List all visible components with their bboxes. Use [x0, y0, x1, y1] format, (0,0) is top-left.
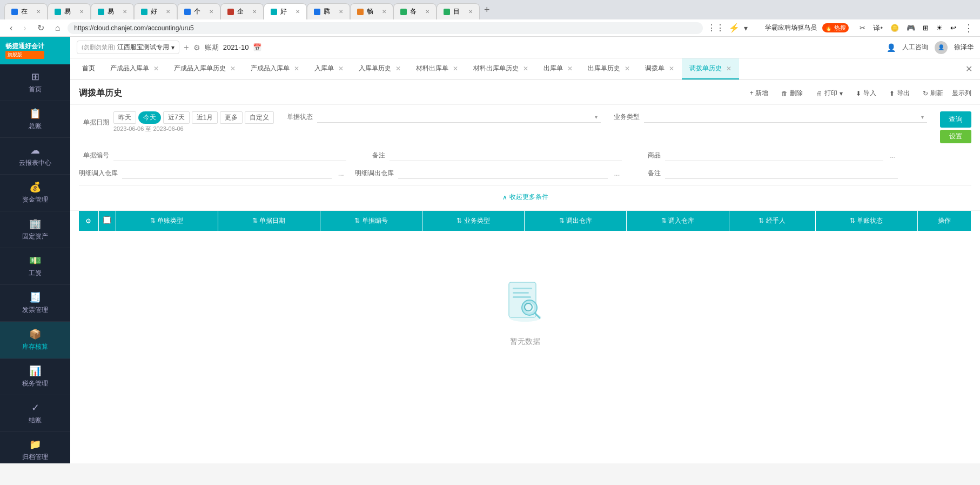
new-browser-tab-button[interactable]: + — [480, 2, 494, 18]
nav-tab-0[interactable]: 首页 — [75, 58, 103, 79]
nav-tab-5[interactable]: 入库单历史✕ — [351, 58, 408, 79]
status-select[interactable]: 草稿 已审核 — [317, 111, 600, 123]
nav-tab-10[interactable]: 调拨单✕ — [637, 58, 682, 79]
nav-tab-3[interactable]: 产成品入库单✕ — [243, 58, 307, 79]
browser-tab-4[interactable]: 个✕ — [177, 3, 220, 19]
out-warehouse-input[interactable] — [398, 168, 608, 179]
close-tab-btn-2[interactable]: ✕ — [230, 65, 236, 72]
user-name[interactable]: 徐泽华 — [954, 43, 974, 52]
calendar-icon[interactable]: 📅 — [253, 43, 261, 51]
new-button[interactable]: + 新增 — [746, 87, 773, 100]
date-btn-近1月[interactable]: 近1月 — [192, 111, 218, 124]
sidebar-item-库存核算[interactable]: 📦库存核算 — [0, 322, 70, 358]
browser-tab-6[interactable]: 好✕ — [264, 3, 307, 19]
date-btn-自定义[interactable]: 自定义 — [245, 111, 274, 124]
close-tab-btn-10[interactable]: ✕ — [669, 65, 674, 72]
game-icon[interactable]: 🎮 — [907, 24, 915, 32]
th-gear[interactable]: ⚙ — [79, 211, 98, 231]
date-btn-今天[interactable]: 今天 — [138, 111, 161, 124]
nav-tab-8[interactable]: 出库单✕ — [536, 58, 580, 79]
close-all-tabs-btn[interactable]: ✕ — [962, 59, 976, 78]
goods-input[interactable] — [665, 150, 883, 161]
browser-tab-close-6[interactable]: ✕ — [296, 9, 300, 15]
in-warehouse-input[interactable] — [122, 168, 332, 179]
nav-tab-7[interactable]: 材料出库单历史✕ — [466, 58, 536, 79]
extensions-icon[interactable]: ⋮⋮ — [707, 23, 724, 33]
company-selector[interactable]: (勿删勿禁用) 江西服宝测试专用 ▾ — [77, 41, 179, 54]
sidebar-item-归档管理[interactable]: 📁归档管理 — [0, 432, 70, 463]
sidebar-item-工资[interactable]: 💵工资 — [0, 248, 70, 285]
nav-tab-4[interactable]: 入库单✕ — [307, 58, 351, 79]
browser-tab-close-7[interactable]: ✕ — [339, 9, 343, 15]
browser-tab-close-10[interactable]: ✕ — [468, 9, 473, 15]
close-tab-btn-4[interactable]: ✕ — [338, 65, 344, 72]
browser-tab-0[interactable]: 在✕ — [4, 3, 48, 19]
out-warehouse-dots[interactable]: ... — [612, 169, 622, 177]
close-tab-btn-3[interactable]: ✕ — [294, 65, 299, 72]
sidebar-item-总账[interactable]: 📋总账 — [0, 101, 70, 138]
nav-tab-9[interactable]: 出库单历史✕ — [580, 58, 637, 79]
collapse-button[interactable]: ∧ 收起更多条件 — [79, 190, 971, 204]
grid-icon[interactable]: ⊞ — [923, 24, 929, 32]
th-out-warehouse[interactable]: ⇅ 调出仓库 — [525, 211, 627, 231]
sidebar-item-资金管理[interactable]: 💰资金管理 — [0, 175, 70, 211]
date-btn-更多[interactable]: 更多 — [220, 111, 243, 124]
goods-dots[interactable]: ... — [888, 151, 898, 160]
browser-tab-close-2[interactable]: ✕ — [123, 9, 127, 15]
close-tab-btn-1[interactable]: ✕ — [153, 65, 159, 72]
translate-icon[interactable]: 译• — [873, 23, 883, 33]
browser-tab-5[interactable]: 企✕ — [220, 3, 264, 19]
browser-tab-close-0[interactable]: ✕ — [36, 9, 41, 15]
lightning-icon[interactable]: ⚡ — [729, 23, 740, 33]
browser-tab-1[interactable]: 易✕ — [48, 3, 91, 19]
nav-forward-button[interactable]: › — [20, 22, 29, 34]
import-button[interactable]: ⬇ 导入 — [851, 87, 881, 100]
close-tab-btn-6[interactable]: ✕ — [453, 65, 458, 72]
th-in-warehouse[interactable]: ⇅ 调入仓库 — [627, 211, 729, 231]
settings-icon[interactable]: ⚙ — [193, 43, 200, 52]
dropdown-icon[interactable]: ▾ — [744, 24, 748, 32]
sidebar-item-云报表中心[interactable]: ☁云报表中心 — [0, 138, 70, 175]
nav-tab-11[interactable]: 调拨单历史✕ — [682, 58, 739, 79]
browser-tab-10[interactable]: 目✕ — [437, 3, 480, 19]
sidebar-item-结账[interactable]: ✓结账 — [0, 395, 70, 432]
doc-num-input[interactable] — [113, 150, 346, 161]
service-btn[interactable]: 人工咨询 — [902, 43, 928, 52]
th-doc-date[interactable]: ⇅ 单据日期 — [218, 211, 320, 231]
browser-tab-7[interactable]: 腾✕ — [307, 3, 350, 19]
close-tab-btn-9[interactable]: ✕ — [625, 65, 630, 72]
coin-icon[interactable]: 🪙 — [890, 24, 899, 32]
th-doc-status[interactable]: ⇅ 单账状态 — [815, 211, 917, 231]
company-dropdown-icon[interactable]: ▾ — [171, 44, 174, 51]
th-check[interactable] — [98, 211, 116, 231]
address-input[interactable] — [68, 22, 703, 34]
date-btn-昨天[interactable]: 昨天 — [113, 111, 136, 124]
query-button[interactable]: 查询 — [940, 111, 971, 128]
sidebar-item-发票管理[interactable]: 🧾发票管理 — [0, 285, 70, 322]
close-tab-btn-8[interactable]: ✕ — [567, 65, 573, 72]
nav-back-button[interactable]: ‹ — [6, 22, 16, 34]
browser-tab-close-8[interactable]: ✕ — [382, 9, 386, 15]
menu-icon[interactable]: ⋮ — [964, 22, 974, 34]
add-company-btn[interactable]: + — [184, 43, 189, 52]
th-doc-type[interactable]: ⇅ 单账类型 — [116, 211, 218, 231]
note-input[interactable] — [665, 168, 898, 179]
show-col-btn[interactable]: 显示列 — [952, 89, 971, 98]
th-handler[interactable]: ⇅ 经手人 — [729, 211, 815, 231]
browser-tab-close-3[interactable]: ✕ — [166, 9, 170, 15]
nav-tab-2[interactable]: 产成品入库单历史✕ — [166, 58, 243, 79]
scissors-icon[interactable]: ✂ — [860, 24, 865, 32]
close-tab-btn-7[interactable]: ✕ — [523, 65, 528, 72]
in-warehouse-dots[interactable]: ... — [336, 169, 346, 177]
browser-tab-close-4[interactable]: ✕ — [209, 9, 213, 15]
nav-tab-1[interactable]: 产成品入库单✕ — [103, 58, 166, 79]
print-button[interactable]: 🖨 打印 ▾ — [811, 87, 847, 100]
refresh-button[interactable]: ↻ 刷新 — [918, 87, 948, 100]
date-btn-近7天[interactable]: 近7天 — [163, 111, 190, 124]
select-all-checkbox[interactable] — [103, 216, 111, 224]
delete-button[interactable]: 🗑 删除 — [777, 87, 807, 100]
browser-tab-close-9[interactable]: ✕ — [425, 9, 429, 15]
undo-icon[interactable]: ↩ — [950, 24, 956, 32]
close-tab-btn-5[interactable]: ✕ — [395, 65, 401, 72]
browser-tab-2[interactable]: 易✕ — [91, 3, 134, 19]
